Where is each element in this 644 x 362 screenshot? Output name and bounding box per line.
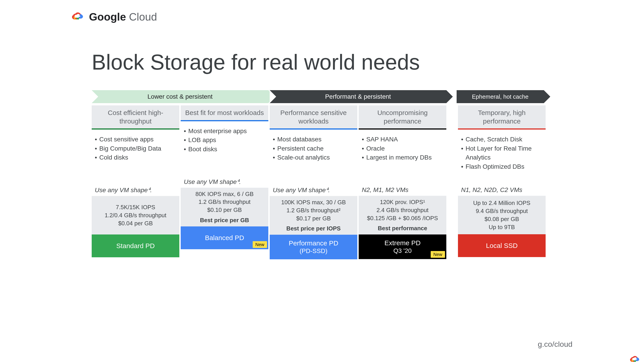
new-badge: New (431, 251, 445, 258)
use-case: Most databases (273, 135, 356, 144)
use-case: Boot disks (184, 145, 268, 154)
arrow-lower-cost: Lower cost & persistent (92, 90, 268, 103)
col-footer: Local SSD (458, 234, 546, 257)
col-specs: Up to 2.4 Million IOPS 9.4 GB/s throughp… (458, 196, 546, 234)
col-use-cases: Most enterprise apps LOB apps Boot disks (181, 121, 268, 178)
use-case: Most enterprise apps (184, 127, 268, 136)
col-specs: 7.5K/15K IOPS 1.2/0.4 GB/s throughput $0… (92, 196, 179, 234)
col-footer: Balanced PD New (181, 226, 268, 249)
col-specs: 100K IOPS max, 30 / GB 1.2 GB/s throughp… (270, 196, 357, 235)
use-case: Oracle (362, 144, 446, 153)
new-badge: New (253, 241, 267, 248)
use-case: LOB apps (184, 136, 268, 145)
col-use-cases: SAP HANA Oracle Largest in memory DBs (359, 130, 446, 186)
col-subhead: Uncompromising performance (359, 105, 446, 130)
use-case: Hot Layer for Real Time Analytics (461, 144, 545, 162)
col-footer: Extreme PD Q3 '20 New (359, 234, 446, 259)
use-case: Big Compute/Big Data (95, 144, 178, 153)
col-vm-note: Use any VM shape⁴. (181, 178, 268, 188)
use-case: Flash Optimized DBs (461, 162, 545, 171)
col-extreme-pd: Uncompromising performance SAP HANA Orac… (359, 105, 446, 259)
col-vm-note: Use any VM shape⁴. (270, 186, 357, 196)
col-use-cases: Cache, Scratch Disk Hot Layer for Real T… (458, 130, 546, 186)
col-subhead: Temporary, high performance (458, 105, 546, 130)
col-standard-pd: Cost efficient high-throughput Cost sens… (92, 105, 179, 259)
google-cloud-icon (72, 12, 85, 22)
brand-header: Google Cloud (72, 11, 572, 23)
col-vm-note: N1, N2, N2D, C2 VMs (458, 186, 546, 196)
col-vm-note: N2, M1, M2 VMs (359, 186, 446, 196)
page-title: Block Storage for real world needs (92, 50, 572, 75)
google-cloud-corner-icon (630, 355, 641, 362)
col-subhead: Best fit for most workloads (181, 105, 268, 121)
use-case: SAP HANA (362, 135, 446, 144)
col-subhead: Performance sensitive workloads (270, 105, 357, 130)
col-specs: 120K prov. IOPS¹ 2.4 GB/s throughput $0.… (359, 196, 446, 234)
col-footer: Performance PD (PD-SSD) (270, 235, 357, 259)
footer-link: g.co/cloud (538, 340, 572, 348)
col-use-cases: Cost sensitive apps Big Compute/Big Data… (92, 130, 179, 186)
use-case: Persistent cache (273, 144, 356, 153)
col-use-cases: Most databases Persistent cache Scale-ou… (270, 130, 357, 186)
use-case: Scale-out analytics (273, 153, 356, 162)
comparison-grid: Cost efficient high-throughput Cost sens… (92, 105, 572, 259)
use-case: Cache, Scratch Disk (461, 135, 545, 144)
col-footer: Standard PD (92, 234, 179, 257)
use-case: Largest in memory DBs (362, 153, 446, 162)
category-arrows: Lower cost & persistent Performant & per… (92, 90, 572, 103)
col-specs: 80K IOPS max, 6 / GB 1.2 GB/s throughput… (181, 188, 268, 226)
brand-text: Google Cloud (89, 11, 157, 23)
col-vm-note: Use any VM shape⁴. (92, 186, 179, 196)
arrow-performant: Performant & persistent (270, 90, 446, 103)
col-local-ssd: Temporary, high performance Cache, Scrat… (458, 105, 546, 259)
col-performance-pd: Performance sensitive workloads Most dat… (270, 105, 357, 259)
arrow-ephemeral: Ephemeral, hot cache (456, 90, 544, 103)
col-subhead: Cost efficient high-throughput (92, 105, 179, 130)
col-balanced-pd: Best fit for most workloads Most enterpr… (181, 105, 268, 259)
use-case: Cold disks (95, 153, 178, 162)
use-case: Cost sensitive apps (95, 135, 178, 144)
